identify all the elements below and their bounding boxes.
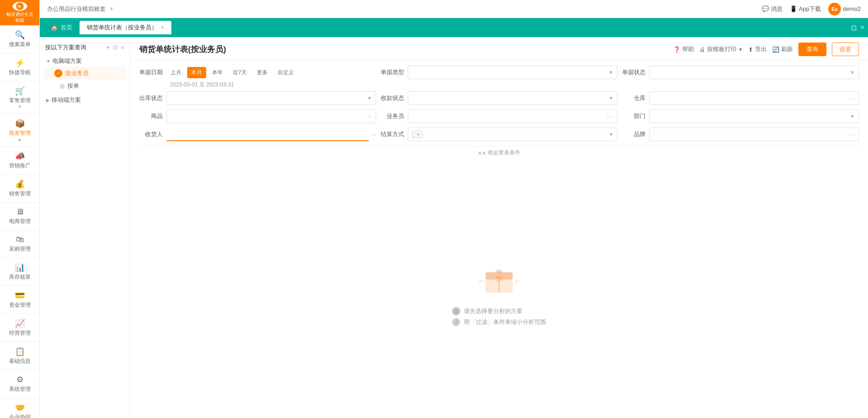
brand-filter-item: 品牌 ··· bbox=[622, 128, 859, 141]
page-header: 销货单统计表(按业务员) ❓ 帮助 🖨 按模板打印 ▼ ⬆ 导出 bbox=[130, 37, 868, 60]
doc-type-select[interactable]: ▼ bbox=[408, 66, 618, 79]
sidebar-item-retail-label: 零售管理 bbox=[9, 97, 31, 104]
dept-chevron-icon: ▼ bbox=[850, 114, 855, 119]
goods-select[interactable]: ··· bbox=[166, 109, 376, 123]
goods-label: 商品 bbox=[139, 112, 166, 120]
refresh-button[interactable]: 🔄 刷新 bbox=[772, 45, 793, 53]
brand-select[interactable]: ··· bbox=[649, 128, 859, 141]
sidebar-item-wholesale-label: 批发管理 bbox=[9, 129, 31, 137]
date-filter-item: 单据日期 上月 本月 本年 近7天 更多 自定义 bbox=[139, 66, 376, 79]
message-action[interactable]: 💬 消息 bbox=[762, 5, 783, 13]
sidebar-item-purchase[interactable]: 🛍 采购管理 bbox=[0, 230, 39, 258]
tree-folder-mobile-label: 移动端方案 bbox=[52, 96, 81, 104]
settlement-remove-icon[interactable]: × bbox=[417, 132, 420, 137]
collapse-filter-bar[interactable]: ∧∧ 收起更多条件 bbox=[139, 146, 859, 159]
date-tabs: 上月 本月 本年 近7天 更多 自定义 bbox=[166, 67, 298, 78]
export-label: 导出 bbox=[755, 45, 767, 53]
user-profile[interactable]: Ea demo2 bbox=[828, 3, 861, 15]
sidebar-item-marketing[interactable]: 📣 营销推广 bbox=[0, 147, 39, 175]
consignee-label: 收货人 bbox=[139, 130, 166, 138]
warehouse-select[interactable]: ··· bbox=[649, 91, 859, 105]
dept-select[interactable]: ▼ bbox=[649, 109, 859, 123]
tab-close-icon[interactable]: × bbox=[161, 24, 164, 31]
empty-state: 1 请先选择要分析的方案 2 用「过滤」条件来缩小分析范围 bbox=[130, 165, 868, 418]
settings-scheme-icon[interactable]: ⊙ bbox=[113, 43, 118, 52]
date-range-display: 2023-03-01 至 2023-03-31 bbox=[139, 81, 859, 91]
filter-area: 单据日期 上月 本月 本年 近7天 更多 自定义 bbox=[130, 60, 868, 165]
message-label: 消息 bbox=[771, 5, 783, 13]
ecommerce-icon: 🖥 bbox=[16, 207, 24, 217]
tab-restore-icon[interactable]: ⊡ bbox=[851, 24, 857, 32]
sidebar-item-quick-nav-label: 快捷导航 bbox=[9, 69, 31, 76]
doc-status-label: 单据状态 bbox=[622, 68, 649, 76]
date-tab-curr-year[interactable]: 本年 bbox=[208, 67, 227, 78]
tab-home[interactable]: 🏠 首页 bbox=[43, 21, 80, 34]
tab-close-all-icon[interactable]: × bbox=[860, 24, 864, 32]
settlement-tag: × bbox=[412, 130, 423, 138]
date-tab-curr-month[interactable]: 本月 bbox=[187, 67, 206, 78]
sidebar-item-retail[interactable]: 🛒 零售管理 ▼ bbox=[0, 81, 39, 114]
tree-folder-desktop[interactable]: ▼ 电脑端方案 bbox=[43, 55, 126, 67]
app-download-action[interactable]: 📱 App下载 bbox=[790, 5, 821, 13]
tree-child-by-order[interactable]: ⊞ 按单 bbox=[43, 80, 126, 92]
svg-point-5 bbox=[495, 270, 503, 273]
breadcrumb-text: 办公用品行业模拟账套 bbox=[47, 5, 106, 13]
tree-folder-mobile[interactable]: ▶ 移动端方案 bbox=[43, 94, 126, 106]
sidebar-item-system[interactable]: ⚙ 系统管理 bbox=[0, 370, 39, 398]
payment-status-filter-item: 收款状态 ▼ bbox=[381, 91, 618, 105]
date-tab-last7[interactable]: 近7天 bbox=[229, 67, 251, 78]
collapse-panel-icon[interactable]: « bbox=[121, 43, 124, 52]
basic-icon: 📋 bbox=[15, 347, 25, 356]
step-2-text: 用「过滤」条件来缩小分析范围 bbox=[464, 318, 546, 326]
empty-illustration bbox=[472, 256, 526, 302]
add-scheme-icon[interactable]: + bbox=[106, 43, 110, 52]
sidebar-item-quick-nav[interactable]: ⚡ 快捷导航 bbox=[0, 53, 39, 81]
doc-type-chevron-icon: ▼ bbox=[609, 70, 613, 75]
sidebar-item-enterprise[interactable]: 🤝 企业协同 bbox=[0, 398, 39, 418]
sidebar-item-basic[interactable]: 📋 基础信息 bbox=[0, 342, 39, 370]
content-area: 按以下方案查询 + ⊙ « ▼ 电脑端方案 ✓ 按业务员 ⊞ 按单 bbox=[40, 37, 868, 418]
app-subtitle: 标版 bbox=[15, 17, 24, 24]
filter-row-3: 商品 ··· 业务员 ··· 部门 bbox=[139, 109, 859, 123]
active-scheme-icon: ✓ bbox=[54, 69, 62, 77]
date-tab-custom[interactable]: 自定义 bbox=[274, 67, 298, 78]
logo-icon: 畅 bbox=[13, 2, 27, 11]
tree-folder-desktop-label: 电脑端方案 bbox=[52, 57, 82, 65]
payment-status-select[interactable]: ▼ bbox=[408, 91, 618, 105]
download-icon: 📱 bbox=[790, 5, 797, 12]
out-status-filter-item: 出库状态 ▼ bbox=[139, 91, 376, 105]
out-status-select[interactable]: ▼ bbox=[166, 91, 376, 105]
system-icon: ⚙ bbox=[16, 375, 24, 385]
consignee-input[interactable] bbox=[166, 128, 369, 141]
tree-section-desktop: ▼ 电脑端方案 ✓ 按业务员 ⊞ 按单 bbox=[40, 55, 130, 92]
date-range-text: 2023-03-01 至 2023-03-31 bbox=[170, 81, 234, 88]
sidebar-item-wholesale[interactable]: 📦 批发管理 ▲ bbox=[0, 114, 39, 147]
date-tab-more[interactable]: 更多 bbox=[253, 67, 272, 78]
left-panel: 按以下方案查询 + ⊙ « ▼ 电脑端方案 ✓ 按业务员 ⊞ 按单 bbox=[40, 37, 130, 418]
date-tab-prev-month[interactable]: 上月 bbox=[166, 67, 185, 78]
sidebar-item-sales[interactable]: 💰 销售管理 bbox=[0, 175, 39, 203]
payment-status-chevron-icon: ▼ bbox=[609, 95, 613, 101]
tab-sales-stat[interactable]: 销货单统计表（按业务员） × bbox=[80, 21, 171, 34]
doc-status-select[interactable]: ▼ bbox=[649, 66, 859, 79]
settlement-select[interactable]: × ▼ bbox=[408, 128, 618, 141]
sidebar-item-inventory-label: 库存核算 bbox=[9, 273, 31, 281]
settings-button[interactable]: 设置 bbox=[832, 43, 859, 56]
breadcrumb-chevron-icon[interactable]: ▼ bbox=[108, 5, 114, 12]
refresh-label: 刷新 bbox=[781, 45, 793, 53]
export-button[interactable]: ⬆ 导出 bbox=[748, 45, 767, 53]
sidebar-item-finance[interactable]: 💳 资金管理 bbox=[0, 286, 39, 314]
tree-child-by-staff[interactable]: ✓ 按业务员 bbox=[43, 67, 126, 80]
sidebar-item-inventory[interactable]: 📊 库存核算 bbox=[0, 258, 39, 286]
step-1-num: 1 bbox=[452, 307, 460, 315]
help-button[interactable]: ❓ 帮助 bbox=[673, 45, 694, 53]
sidebar-item-operations[interactable]: 📈 经营管理 bbox=[0, 314, 39, 342]
staff-select[interactable]: ··· bbox=[408, 109, 618, 123]
payment-status-label: 收款状态 bbox=[381, 94, 408, 102]
left-panel-title: 按以下方案查询 bbox=[45, 43, 86, 52]
export-icon: ⬆ bbox=[748, 46, 753, 53]
sidebar-item-ecommerce[interactable]: 🖥 电商管理 bbox=[0, 203, 39, 230]
query-button[interactable]: 查询 bbox=[798, 43, 826, 56]
sidebar-item-search[interactable]: 🔍 搜索菜单 bbox=[0, 25, 39, 53]
template-print-button[interactable]: 🖨 按模板打印 ▼ bbox=[699, 45, 743, 53]
